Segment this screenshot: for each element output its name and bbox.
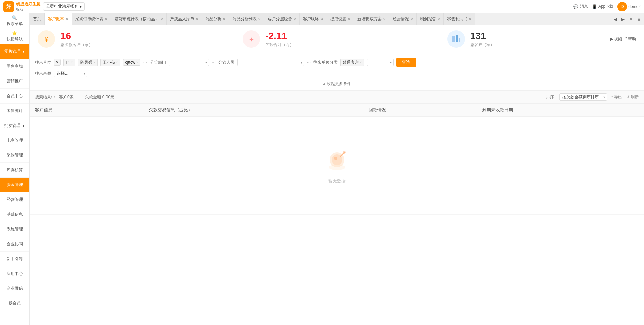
tab-goods-analysis[interactable]: 商品分析 ✕ [202,13,229,25]
sidebar-label-basic-info: 基础信息 [7,212,23,217]
tab-operation-close[interactable]: ✕ [410,17,413,21]
user-area[interactable]: D demo2 [617,2,641,11]
sidebar-item-vip[interactable]: 畅会员 [0,296,29,311]
tab-home[interactable]: 首页 [30,13,45,25]
sidebar-item-app-center[interactable]: 应用中心 [0,266,29,281]
tab-retail-profit[interactable]: 零售利润（ ✕ [444,13,475,25]
tab-goods-analysis-list-close[interactable]: ✕ [258,17,261,21]
export-btn[interactable]: ↑ 导出 [611,94,622,100]
sidebar-label-purchase: 采购管理 [7,152,23,158]
filter-tag-wang-close[interactable]: × [116,61,118,64]
result-actions: 排序： 按欠款金额倒序排序 ↑ 导出 ↺ 刷新 [546,93,639,101]
tab-scroll-right[interactable]: ▶ [619,16,627,22]
sidebar-label-search: 搜索菜单 [7,21,23,27]
sidebar-item-operations[interactable]: 经营管理 [0,192,29,207]
refresh-btn[interactable]: ↺ 刷新 [626,94,639,100]
tab-new-push-plan[interactable]: 新增提成方案 ✕ [354,13,389,25]
balance-select[interactable]: 选择... [54,70,87,77]
filter-tag-cjttcw-close[interactable]: × [136,61,138,64]
stat-total-customers-content: 16 总欠款客户（家） [60,31,93,48]
filter-tag-normal-close[interactable]: × [360,61,362,64]
query-button[interactable]: 查询 [396,58,416,67]
sidebar-item-system[interactable]: 系统管理 [0,222,29,237]
balance-select-wrapper[interactable]: 选择... [54,70,87,77]
sidebar-item-ecommerce[interactable]: 电商管理 [0,133,29,148]
tab-operation[interactable]: 经营情况 ✕ [389,13,417,25]
dept-more-btn[interactable]: ··· [212,60,216,65]
sidebar-item-search[interactable]: 🔍 搜索菜单 [0,13,29,29]
sidebar-item-retail-mall[interactable]: 零售商城 [0,59,29,74]
sidebar-item-quick-nav[interactable]: ⭐ 快捷导航 [0,29,29,44]
tab-stock-in-label: 进货单统计表（按商品） [115,16,159,22]
tab-goods-analysis-list[interactable]: 商品分析列表 ✕ [229,13,264,25]
sidebar-item-finance[interactable]: 资金管理 [0,178,29,192]
sidebar-item-wholesale[interactable]: 批发管理 ▼ [0,118,29,133]
balance-filter-label: 往来余额 [35,71,51,76]
sidebar-item-retail[interactable]: 零售管理 ▼ [0,44,29,59]
logo-area: 好 畅捷通好生意 标版 [3,1,40,12]
svg-rect-5 [452,36,455,42]
sidebar-item-enterprise[interactable]: 企业协同 [0,237,29,252]
person-select[interactable] [237,59,304,66]
tab-stock-in-close[interactable]: ✕ [160,17,163,21]
tab-goods-analysis-close[interactable]: ✕ [223,17,225,21]
sidebar-item-basic-info[interactable]: 基础信息 [0,207,29,222]
tab-stock-in[interactable]: 进货单统计表（按商品） ✕ [111,13,167,25]
sidebar-item-member[interactable]: 会员中心 [0,89,29,104]
app-download-btn[interactable]: 📱 App下载 [592,4,613,9]
tab-customer-contact-close[interactable]: ✕ [320,17,323,21]
tab-customer-tier[interactable]: 客户分层经营 ✕ [264,13,300,25]
collapse-btn[interactable]: ∧ 收起更多条件 [35,80,639,88]
sidebar-item-purchase[interactable]: 采购管理 [0,148,29,163]
table-header: 客户信息 欠款交易信息（占比） 回款情况 到期未收款日期 [30,104,644,117]
tab-production-close[interactable]: ✕ [196,17,198,21]
collapse-label: 收起更多条件 [327,81,351,87]
tab-new-push-plan-close[interactable]: ✕ [383,17,386,21]
filter-tag-cjttcw: cjttcw × [123,59,141,66]
sort-select-wrap: 排序： 按欠款金额倒序排序 [546,93,607,101]
tab-customer-account[interactable]: 客户账本 ✕ [45,13,72,25]
sort-select-wrapper[interactable]: 按欠款金额倒序排序 [559,93,607,101]
tab-purchase-order-close[interactable]: ✕ [105,17,108,21]
tab-production[interactable]: 产成品入库单 ✕ [167,13,202,25]
dept-select[interactable] [169,59,209,66]
sidebar-item-wechat[interactable]: 企业微信 [0,281,29,296]
more-tags-btn[interactable]: ··· [143,60,147,65]
unit-type-select-wrapper[interactable] [367,59,394,66]
tab-customer-account-close[interactable]: ✕ [66,17,68,21]
tab-purchase-order[interactable]: 采购订单统计表 ✕ [72,13,111,25]
sidebar-label-finance: 资金管理 [7,182,23,188]
tab-push-settings-close[interactable]: ✕ [348,17,350,21]
sort-select[interactable]: 按欠款金额倒序排序 [559,93,607,101]
debt-total-label: 欠款合计（万） [265,42,294,48]
filter-tag-wang-text: 王小亮 [103,60,115,65]
sidebar-item-retail-stats[interactable]: 零售统计 [0,104,29,118]
tab-maximize[interactable]: ⊞ [635,16,643,22]
person-select-wrapper[interactable] [237,59,304,66]
sidebar-item-marketing[interactable]: 营销推广 [0,74,29,89]
store-selector[interactable]: 母婴行业演示帐套 ▾ [43,2,85,11]
help-btn[interactable]: ? 帮助 [625,36,636,42]
tab-customer-contact[interactable]: 客户联络 ✕ [300,13,327,25]
sidebar-item-guide[interactable]: 新手引导 [0,252,29,266]
tab-customer-tier-close[interactable]: ✕ [293,17,296,21]
sidebar-item-inventory[interactable]: 库存核算 [0,163,29,178]
message-btn[interactable]: 💬 消息 [573,4,588,9]
video-btn[interactable]: ▶ 视频 [610,36,622,42]
person-more-btn[interactable]: ··· [307,60,311,65]
tab-operation-label: 经营情况 [393,16,409,22]
tab-push-settings[interactable]: 提成设置 ✕ [327,13,354,25]
tab-profit-report[interactable]: 利润报告 ✕ [417,13,444,25]
tab-retail-profit-close[interactable]: ✕ [469,17,471,21]
star-icon: ⭐ [12,31,17,36]
tab-profit-report-close[interactable]: ✕ [437,17,440,21]
all-customers-value[interactable]: 131 [470,31,495,41]
tab-close-all[interactable]: ✕ [627,16,635,22]
tab-scroll-left[interactable]: ◀ [612,16,619,22]
dept-select-wrapper[interactable] [169,59,209,66]
filter-tag-wu-close[interactable]: × [71,61,73,64]
dept-filter-label: 分管部门 [150,60,166,65]
result-summary: 搜索结果中，客户0家 欠款金额 0.00元 [35,94,114,100]
unit-type-select[interactable] [367,59,394,66]
filter-tag-chen-close[interactable]: × [93,61,95,64]
